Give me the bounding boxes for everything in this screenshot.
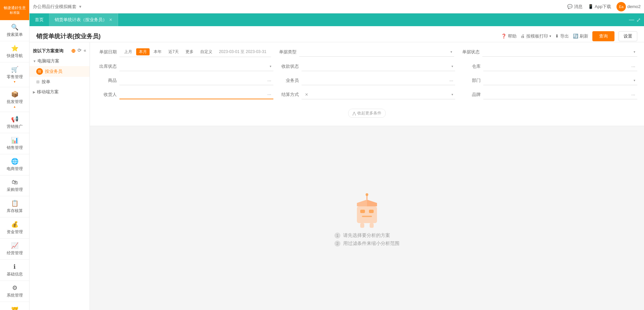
collapse-panel-btn[interactable]: « — [84, 48, 86, 54]
app-download-btn[interactable]: 📱 App下载 — [588, 4, 611, 10]
filter-brand: 品牌 ··· — [461, 90, 637, 99]
sidebar-item-label: 批发管理 — [7, 99, 23, 105]
svg-rect-3 — [360, 210, 365, 213]
print-dropdown-icon: ▾ — [549, 34, 551, 38]
date-tab-custom[interactable]: 自定义 — [198, 48, 215, 55]
megaphone-icon: 📢 — [11, 115, 18, 123]
type-control[interactable]: ▾ — [299, 47, 454, 57]
refresh-btn[interactable]: 🔄 刷新 — [573, 33, 588, 39]
date-tab-last-month[interactable]: 上月 — [121, 48, 135, 55]
collapse-filters-btn[interactable]: ⋀ 收起更多条件 — [348, 109, 386, 118]
type-dropdown-icon[interactable]: ▾ — [450, 50, 452, 54]
tree-by-order[interactable]: ⊞ 按单 — [30, 77, 90, 87]
tree-by-staff[interactable]: 按 按业务员 — [30, 66, 90, 77]
minimize-btn[interactable]: — — [629, 17, 634, 23]
sidebar-item-marketing[interactable]: 📢 营销推广 — [0, 112, 29, 133]
goods-dots-icon[interactable]: ··· — [267, 78, 271, 83]
warehouse-control[interactable]: ··· — [483, 62, 637, 71]
export-btn[interactable]: ⬇ 导出 — [555, 33, 569, 39]
tab-sales-stats[interactable]: 销货单统计表（按业务员） ✕ — [49, 13, 118, 26]
by-order-label: 按单 — [42, 79, 50, 85]
filter-out-status: 出库状态 ▾ — [97, 62, 273, 71]
out-status-dropdown-icon[interactable]: ▾ — [270, 64, 271, 68]
home-tab-label: 首页 — [35, 17, 44, 23]
sidebar-item-quick-nav[interactable]: ⭐ 快捷导航 — [0, 41, 29, 62]
receiver-control[interactable]: ··· — [119, 90, 273, 99]
sidebar-item-wholesale[interactable]: 📦 批发管理 ▴ — [0, 87, 29, 112]
brand-dots-icon[interactable]: ··· — [631, 92, 635, 97]
staff-dots-icon[interactable]: ··· — [449, 78, 453, 83]
sidebar-item-label: 零售管理 — [7, 74, 23, 80]
empty-illustration — [347, 190, 387, 230]
dept-dropdown-icon[interactable]: ▾ — [634, 79, 635, 82]
active-badge: 按 — [36, 68, 43, 75]
app-logo: 畅捷通好生意标准版 — [0, 0, 30, 20]
status-dropdown-icon[interactable]: ▾ — [634, 50, 635, 54]
sidebar-item-finance[interactable]: 💰 资金管理 — [0, 217, 29, 239]
globe-icon: 🌐 — [11, 158, 18, 165]
sidebar-item-inventory[interactable]: 📋 库存核算 — [0, 196, 29, 217]
brand-control[interactable]: ··· — [483, 90, 637, 99]
out-status-control[interactable]: ▾ — [119, 62, 273, 71]
settings-button[interactable]: 设置 — [619, 31, 637, 41]
dropdown-arrow-icon[interactable]: ▾ — [79, 4, 82, 9]
settlement-control[interactable]: ✕ ▾ — [302, 90, 455, 99]
staff-control[interactable]: ··· — [302, 76, 455, 85]
bag-icon: 🛍 — [12, 179, 18, 186]
payment-control[interactable]: ▾ — [302, 62, 455, 71]
tab-close-btn[interactable]: ✕ — [109, 17, 112, 22]
right-panel-content: 单据日期 上月 本月 本年 近7天 更多 自定义 20 — [90, 42, 644, 310]
payment-dropdown-icon[interactable]: ▾ — [451, 64, 453, 68]
user-profile[interactable]: Ea demo2 — [616, 2, 641, 11]
date-tab-this-year[interactable]: 本年 — [151, 48, 164, 55]
sidebar-item-label: 营销推广 — [7, 124, 23, 130]
chevron-right-icon: ▶ — [33, 90, 36, 94]
warehouse-label: 仓库 — [461, 63, 481, 69]
goods-control[interactable]: ··· — [119, 76, 273, 85]
refresh-scheme-btn[interactable]: ⟳ — [77, 48, 82, 54]
logo-text: 畅捷通好生意标准版 — [4, 5, 26, 15]
sidebar-item-enterprise[interactable]: 🤝 企业协同 — [0, 302, 29, 310]
sidebar-item-label: 库存核算 — [7, 208, 23, 214]
sidebar-item-search[interactable]: 🔍 搜索菜单 — [0, 20, 29, 41]
top-title: 办公用品行业模拟账套 — [33, 4, 76, 10]
status-control[interactable]: ▾ — [482, 47, 637, 57]
empty-tip-2: 2 用过滤条件来缩小分析范围 — [334, 241, 399, 247]
window-controls: — ⤢ — [629, 13, 644, 26]
maximize-btn[interactable]: ⤢ — [636, 17, 641, 23]
messages-btn[interactable]: 💬 消息 — [567, 4, 583, 10]
date-tab-7days[interactable]: 近7天 — [166, 48, 181, 55]
settlement-clear-icon[interactable]: ✕ — [305, 92, 308, 97]
date-tab-this-month[interactable]: 本月 — [136, 48, 150, 55]
tab-bar: 首页 销货单统计表（按业务员） ✕ — ⤢ — [30, 13, 644, 26]
warehouse-dots-icon[interactable]: ··· — [631, 64, 635, 69]
dept-control[interactable]: ▾ — [483, 76, 637, 85]
query-button[interactable]: 查询 — [592, 31, 614, 41]
filter-warehouse: 仓库 ··· — [461, 62, 637, 71]
svg-rect-9 — [370, 223, 374, 228]
sidebar-item-operations[interactable]: 📈 经营管理 — [0, 239, 29, 260]
sidebar-item-system[interactable]: ⚙ 系统管理 — [0, 281, 29, 302]
tip-num-1: 1 — [334, 232, 340, 239]
chart-icon: 📊 — [11, 137, 18, 144]
filter-status: 单据状态 ▾ — [460, 47, 637, 57]
add-scheme-btn[interactable]: ⊕ — [71, 48, 75, 54]
sidebar-item-retail[interactable]: 🛒 零售管理 ▾ — [0, 62, 29, 87]
panel-header-text: 按以下方案查询 — [33, 48, 63, 54]
tree-pc-scheme[interactable]: ▼ 电脑端方案 — [30, 56, 90, 66]
tree-mobile-scheme[interactable]: ▶ 移动端方案 — [30, 87, 90, 97]
help-btn[interactable]: ❓ 帮助 — [501, 33, 517, 39]
settlement-dropdown-icon[interactable]: ▾ — [451, 93, 453, 96]
receiver-dots-icon[interactable]: ··· — [267, 92, 271, 97]
date-tab-more[interactable]: 更多 — [183, 48, 196, 55]
settlement-label: 结算方式 — [279, 92, 299, 98]
sidebar-item-label: 基础信息 — [7, 271, 23, 277]
sidebar-item-purchase[interactable]: 🛍 采购管理 — [0, 175, 29, 196]
template-print-btn[interactable]: 🖨 按模板打印 ▾ — [521, 33, 551, 39]
sidebar-item-sales[interactable]: 📊 销售管理 — [0, 133, 29, 154]
tab-home[interactable]: 首页 — [30, 13, 49, 26]
main-area: 办公用品行业模拟账套 ▾ 💬 消息 📱 App下载 Ea demo2 首页 — [30, 0, 644, 310]
sidebar-item-basic[interactable]: ℹ 基础信息 — [0, 260, 29, 281]
sidebar-item-ecommerce[interactable]: 🌐 电商管理 — [0, 154, 29, 175]
filter-row-4: 收货人 ··· 结算方式 ✕ ▾ — [97, 90, 637, 99]
